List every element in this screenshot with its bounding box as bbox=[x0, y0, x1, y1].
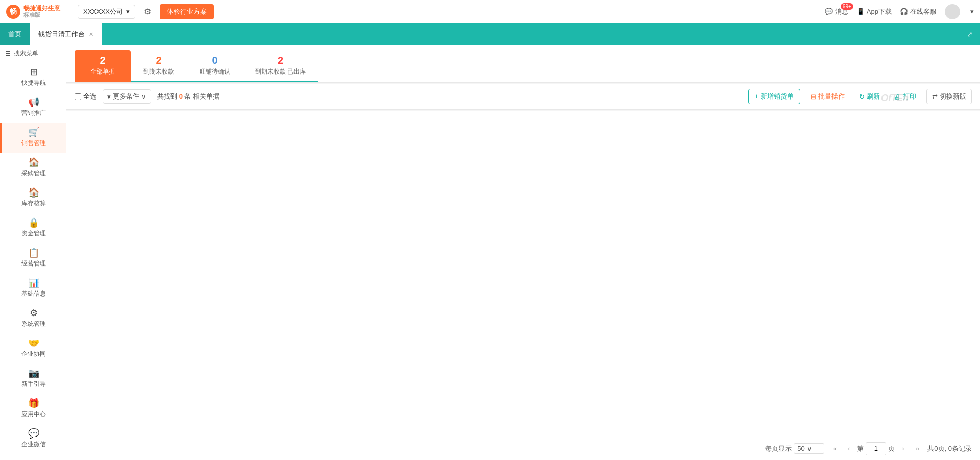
more-filters-button[interactable]: ▾ 更多条件 ∨ bbox=[103, 89, 151, 104]
tab-expand-icon[interactable]: ⤢ bbox=[964, 28, 976, 40]
chevron-down-icon: ▾ bbox=[126, 8, 130, 15]
search-icon: ☰ bbox=[5, 50, 11, 57]
stat-tab-pending[interactable]: 0 旺铺待确认 bbox=[187, 50, 243, 82]
app-download-button[interactable]: 📱 App下载 bbox=[856, 7, 892, 16]
message-button[interactable]: 💬 消息 99+ bbox=[825, 7, 848, 16]
header-left: 畅 畅捷通好生意 标准版 XXXXXX公司 ▾ ⚙ 体验行业方案 bbox=[6, 4, 214, 19]
first-page-button[interactable]: « bbox=[828, 443, 841, 455]
app-name: 畅捷通好生意 标准版 bbox=[23, 5, 60, 19]
page-number-input[interactable] bbox=[866, 442, 886, 455]
table-area bbox=[66, 111, 980, 437]
total-info: 共0页, 0条记录 bbox=[927, 444, 972, 453]
main-layout: ☰ 搜索菜单 ⊞ 快捷导航 📢 营销推广 🛒 销售管理 🏠 采购管理 🏠 库存核… bbox=[0, 45, 980, 460]
sidebar-item-sales[interactable]: 🛒 销售管理 bbox=[0, 123, 66, 153]
next-page-button[interactable]: › bbox=[897, 443, 909, 455]
inventory-icon: 🏠 bbox=[28, 188, 39, 197]
stat-tab-shipped[interactable]: 2 到期未收款 已出库 bbox=[243, 50, 318, 82]
page-size-select-box[interactable]: 50 ∨ bbox=[794, 443, 824, 454]
sidebar-item-system[interactable]: ⚙ 系统管理 bbox=[0, 303, 66, 333]
toolbar-left: 全选 ▾ 更多条件 ∨ 共找到 0 条 相关单据 bbox=[75, 89, 219, 104]
sidebar-item-basic-info[interactable]: 📊 基础信息 bbox=[0, 273, 66, 303]
system-icon: ⚙ bbox=[30, 308, 38, 318]
wechat-icon: 💬 bbox=[28, 429, 39, 438]
chevron-icon: ∨ bbox=[141, 93, 146, 101]
tab-home[interactable]: 首页 bbox=[0, 23, 30, 45]
toolbar-right: + 新增销货单 ⊟ 批量操作 ↻ 刷新 🖨 打印 ⇄ 切换新版 bbox=[748, 89, 972, 104]
stats-tabs: 2 全部单据 2 到期未收款 0 旺铺待确认 2 到期未收款 已出库 bbox=[66, 45, 980, 83]
page-size-selector: 每页显示 50 ∨ bbox=[765, 443, 824, 454]
beginner-icon: 📷 bbox=[28, 369, 39, 378]
print-button[interactable]: 🖨 打印 bbox=[890, 90, 920, 103]
sidebar-item-purchase[interactable]: 🏠 采购管理 bbox=[0, 153, 66, 183]
logo-area: 畅 畅捷通好生意 标准版 bbox=[6, 5, 72, 19]
sidebar-item-enterprise[interactable]: 🤝 企业协同 bbox=[0, 333, 66, 364]
user-chevron-icon: ▾ bbox=[970, 8, 974, 15]
search-menu-button[interactable]: ☰ 搜索菜单 bbox=[0, 45, 66, 62]
service-icon: 🎧 bbox=[900, 8, 908, 15]
finance-icon: 🔒 bbox=[28, 218, 39, 227]
basic-info-icon: 📊 bbox=[28, 278, 39, 287]
company-selector[interactable]: XXXXXX公司 ▾ bbox=[78, 5, 135, 19]
sidebar-item-member[interactable]: ✦ 畅会员 bbox=[0, 454, 66, 460]
app-center-icon: 🎁 bbox=[28, 399, 39, 408]
online-service-button[interactable]: 🎧 在线客服 bbox=[900, 7, 937, 16]
sidebar-item-finance[interactable]: 🔒 资金管理 bbox=[0, 213, 66, 243]
stat-tab-all[interactable]: 2 全部单据 bbox=[75, 50, 131, 82]
pagination: 每页显示 50 ∨ « ‹ 第 页 › » 共0页, 0条记录 bbox=[66, 437, 980, 460]
user-avatar[interactable] bbox=[945, 4, 960, 19]
select-chevron-icon: ∨ bbox=[807, 445, 812, 452]
tab-minimize-icon[interactable]: — bbox=[947, 28, 960, 40]
sidebar-item-beginner[interactable]: 📷 新手引导 bbox=[0, 364, 66, 394]
switch-new-version-button[interactable]: ⇄ 切换新版 bbox=[926, 89, 972, 104]
operation-icon: 📋 bbox=[28, 248, 39, 257]
found-text: 共找到 0 条 相关单据 bbox=[157, 92, 219, 101]
quick-nav-icon: ⊞ bbox=[30, 67, 38, 77]
header-right: 💬 消息 99+ 📱 App下载 🎧 在线客服 ▾ bbox=[825, 4, 974, 19]
settings-button[interactable]: ⚙ bbox=[140, 5, 155, 19]
sidebar-item-app-center[interactable]: 🎁 应用中心 bbox=[0, 394, 66, 424]
new-sale-button[interactable]: + 新增销货单 bbox=[748, 89, 800, 104]
sidebar-item-inventory[interactable]: 🏠 库存核算 bbox=[0, 183, 66, 213]
select-all-input[interactable] bbox=[75, 93, 81, 100]
switch-icon: ⇄ bbox=[932, 93, 938, 101]
tab-bar: 首页 钱货日清工作台 ✕ — ⤢ bbox=[0, 23, 980, 45]
sidebar-item-operation[interactable]: 📋 经营管理 bbox=[0, 243, 66, 273]
batch-ops-button[interactable]: ⊟ 批量操作 bbox=[806, 90, 849, 103]
prev-page-button[interactable]: ‹ bbox=[843, 443, 855, 455]
message-icon: 💬 bbox=[825, 8, 833, 15]
marketing-icon: 📢 bbox=[28, 98, 39, 107]
refresh-icon: ↻ bbox=[859, 93, 865, 101]
batch-icon: ⊟ bbox=[811, 93, 816, 101]
app-logo-icon: 畅 bbox=[6, 5, 20, 19]
sidebar: ☰ 搜索菜单 ⊞ 快捷导航 📢 营销推广 🛒 销售管理 🏠 采购管理 🏠 库存核… bbox=[0, 45, 66, 460]
tab-close-icon[interactable]: ✕ bbox=[89, 31, 93, 38]
enterprise-icon: 🤝 bbox=[28, 338, 39, 348]
select-all-checkbox[interactable]: 全选 bbox=[75, 92, 96, 101]
last-page-button[interactable]: » bbox=[911, 443, 923, 455]
sidebar-item-quick-nav[interactable]: ⊞ 快捷导航 bbox=[0, 62, 66, 92]
top-header: 畅 畅捷通好生意 标准版 XXXXXX公司 ▾ ⚙ 体验行业方案 💬 消息 99… bbox=[0, 0, 980, 23]
sidebar-item-wechat[interactable]: 💬 企业微信 bbox=[0, 424, 66, 454]
filter-icon: ▾ bbox=[107, 93, 111, 101]
stat-tab-overdue[interactable]: 2 到期未收款 bbox=[131, 50, 187, 82]
print-icon: 🖨 bbox=[894, 93, 901, 101]
download-icon: 📱 bbox=[856, 8, 865, 15]
purchase-icon: 🏠 bbox=[28, 158, 39, 167]
tab-bar-actions: — ⤢ bbox=[947, 28, 976, 40]
content-area: 2 全部单据 2 到期未收款 0 旺铺待确认 2 到期未收款 已出库 全选 bbox=[66, 45, 980, 460]
sales-icon: 🛒 bbox=[28, 128, 39, 137]
refresh-button[interactable]: ↻ 刷新 bbox=[855, 90, 884, 103]
toolbar: 全选 ▾ 更多条件 ∨ 共找到 0 条 相关单据 + 新增销货单 ⊟ 批量操作 bbox=[66, 84, 980, 110]
page-navigation: « ‹ 第 页 › » bbox=[828, 442, 923, 455]
sidebar-item-marketing[interactable]: 📢 营销推广 bbox=[0, 92, 66, 123]
experience-btn[interactable]: 体验行业方案 bbox=[160, 4, 214, 19]
tab-cash-daily[interactable]: 钱货日清工作台 ✕ bbox=[30, 23, 102, 45]
user-name[interactable]: ▾ bbox=[968, 8, 974, 15]
message-badge: 99+ bbox=[841, 3, 853, 10]
